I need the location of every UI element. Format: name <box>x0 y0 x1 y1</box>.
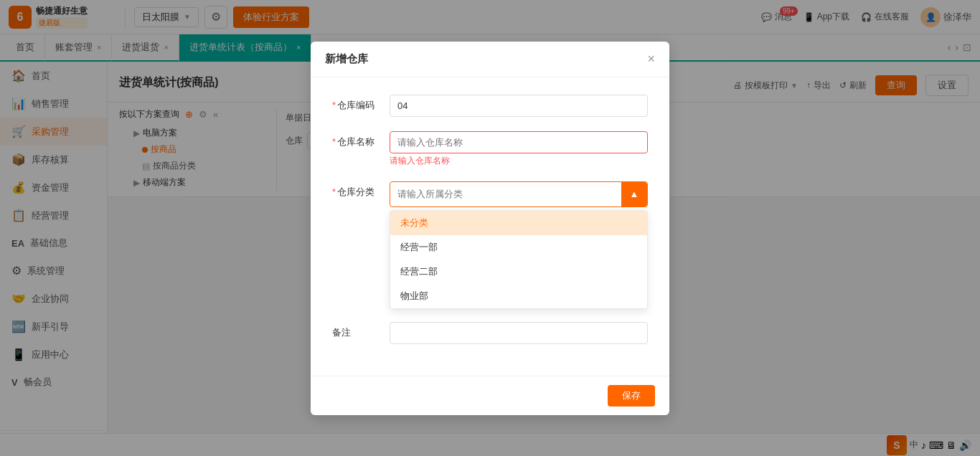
warehouse-category-label: * 仓库分类 <box>332 181 390 199</box>
modal-new-warehouse: 新增仓库 × * 仓库编码 * 仓库名称 <box>311 42 669 415</box>
warehouse-category-wrap: ▲ 未分类 经营一部 经营二部 物业部 <box>390 181 648 207</box>
warehouse-code-wrap <box>390 95 648 117</box>
dropdown-option-uncategorized[interactable]: 未分类 <box>390 211 647 235</box>
modal-header: 新增仓库 × <box>311 42 669 77</box>
modal-title: 新增仓库 <box>325 52 368 66</box>
remark-input[interactable] <box>390 322 648 344</box>
warehouse-name-error: 请输入仓库名称 <box>390 155 648 167</box>
category-input[interactable] <box>390 184 621 204</box>
warehouse-name-label: * 仓库名称 <box>332 131 390 148</box>
dropdown-option-dept2[interactable]: 经营二部 <box>390 260 647 284</box>
modal-close-button[interactable]: × <box>647 52 655 67</box>
warehouse-name-wrap: 请输入仓库名称 <box>390 131 648 167</box>
save-button[interactable]: 保存 <box>608 385 655 407</box>
warehouse-code-label: * 仓库编码 <box>332 95 390 112</box>
category-select-field: ▲ <box>390 181 648 207</box>
dropdown-option-dept1[interactable]: 经营一部 <box>390 235 647 260</box>
category-dropdown-list: 未分类 经营一部 经营二部 物业部 <box>390 210 648 309</box>
dropdown-option-property[interactable]: 物业部 <box>390 284 647 308</box>
warehouse-name-input[interactable] <box>390 131 648 153</box>
modal-overlay[interactable]: 新增仓库 × * 仓库编码 * 仓库名称 <box>0 0 980 456</box>
warehouse-name-row: * 仓库名称 请输入仓库名称 <box>332 131 648 167</box>
warehouse-code-row: * 仓库编码 <box>332 95 648 117</box>
remark-wrap <box>390 322 648 344</box>
warehouse-code-input[interactable] <box>390 95 648 117</box>
remark-row: 备注 <box>332 322 648 344</box>
category-dropdown-toggle[interactable]: ▲ <box>621 182 647 206</box>
chevron-up-icon: ▲ <box>630 189 639 199</box>
modal-footer: 保存 <box>311 376 669 415</box>
modal-body: * 仓库编码 * 仓库名称 请输入仓库名称 <box>311 77 669 376</box>
warehouse-category-row: * 仓库分类 ▲ 未分类 经营一部 经营二部 物业部 <box>332 181 648 207</box>
remark-label: 备注 <box>332 322 390 339</box>
